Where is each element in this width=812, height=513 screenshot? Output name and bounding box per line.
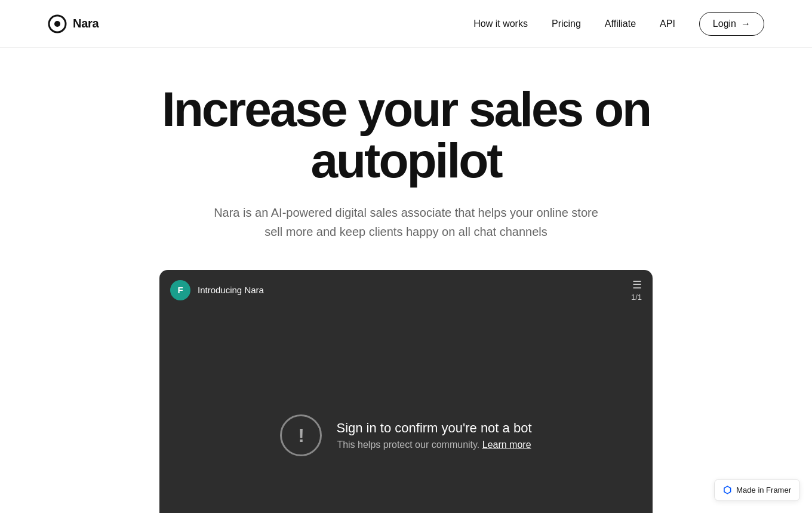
nav-how-it-works[interactable]: How it works bbox=[473, 19, 528, 29]
nav-pricing[interactable]: Pricing bbox=[552, 19, 581, 29]
svg-point-1 bbox=[54, 21, 60, 27]
bot-warning: ! Sign in to confirm you're not a bot Th… bbox=[280, 414, 531, 456]
warning-text: Sign in to confirm you're not a bot This… bbox=[336, 420, 531, 450]
learn-more-link[interactable]: Learn more bbox=[482, 440, 531, 450]
framer-badge-label: Made in Framer bbox=[736, 486, 791, 494]
login-arrow-icon: → bbox=[741, 19, 751, 29]
logo-name: Nara bbox=[73, 17, 99, 30]
video-counter: 1/1 bbox=[631, 293, 642, 302]
video-header: F Introducing Nara ☰ 1/1 bbox=[159, 270, 653, 310]
nav-api[interactable]: API bbox=[660, 19, 675, 29]
playlist-icon: ☰ bbox=[632, 278, 642, 291]
video-avatar: F bbox=[170, 280, 190, 300]
video-header-right: ☰ 1/1 bbox=[631, 278, 642, 302]
hero-subtitle-line1: Nara is an AI-powered digital sales asso… bbox=[214, 206, 598, 219]
framer-logo-icon: ⬡ bbox=[723, 484, 731, 496]
logo-link[interactable]: Nara bbox=[48, 14, 99, 33]
warning-desc: This helps protect our community. Learn … bbox=[336, 440, 531, 450]
login-button[interactable]: Login → bbox=[699, 12, 764, 36]
nara-logo-icon bbox=[48, 14, 67, 33]
hero-title: Increase your sales on autopilot bbox=[78, 84, 734, 186]
warning-icon: ! bbox=[280, 414, 322, 456]
hero-subtitle-line2: sell more and keep clients happy on all … bbox=[264, 225, 548, 238]
framer-badge[interactable]: ⬡ Made in Framer bbox=[714, 479, 800, 501]
nav-affiliate[interactable]: Affiliate bbox=[605, 19, 636, 29]
video-body: ! Sign in to confirm you're not a bot Th… bbox=[159, 310, 653, 513]
login-label: Login bbox=[713, 19, 736, 29]
main-header: Nara How it works Pricing Affiliate API … bbox=[0, 0, 812, 48]
warning-title: Sign in to confirm you're not a bot bbox=[336, 420, 531, 436]
hero-section: Increase your sales on autopilot Nara is… bbox=[0, 48, 812, 513]
hero-subtitle: Nara is an AI-powered digital sales asso… bbox=[214, 203, 598, 241]
video-header-left: F Introducing Nara bbox=[170, 280, 264, 300]
video-title: Introducing Nara bbox=[198, 285, 264, 295]
video-container[interactable]: F Introducing Nara ☰ 1/1 ! Sign in to co… bbox=[159, 270, 653, 513]
main-nav: How it works Pricing Affiliate API Login… bbox=[473, 12, 764, 36]
